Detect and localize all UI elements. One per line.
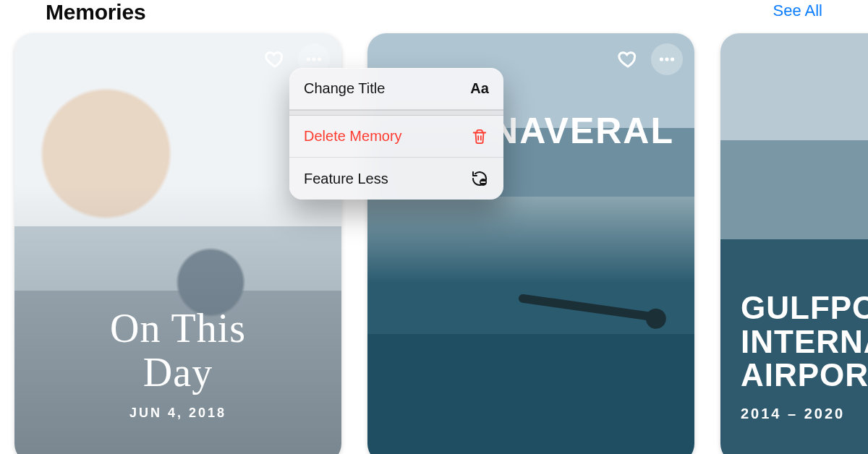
svg-point-4 xyxy=(665,57,668,61)
menu-item-label: Delete Memory xyxy=(304,128,402,145)
menu-item-delete-memory[interactable]: Delete Memory xyxy=(289,116,503,158)
memory-title-block: NAVERAL xyxy=(492,113,674,149)
menu-item-change-title[interactable]: Change Title Aa xyxy=(289,68,503,110)
memory-subtitle: JUN 4, 2018 xyxy=(14,406,341,421)
memory-title-line: GULFPORT xyxy=(741,291,868,325)
photo-detail xyxy=(518,294,663,322)
context-menu: Change Title Aa Delete Memory Feature Le… xyxy=(289,68,503,200)
ellipsis-icon xyxy=(305,50,323,69)
favorite-button[interactable] xyxy=(259,43,291,75)
memory-title-line: On This xyxy=(14,307,341,350)
svg-point-3 xyxy=(660,57,663,61)
memory-title-line: INTERNAT xyxy=(741,325,868,359)
section-title: Memories xyxy=(46,0,145,25)
heart-icon xyxy=(264,48,286,70)
feature-less-icon xyxy=(470,169,489,188)
svg-point-5 xyxy=(671,57,674,61)
see-all-link[interactable]: See All xyxy=(773,0,823,20)
memory-title-line: Day xyxy=(14,351,341,394)
card-actions xyxy=(612,43,683,75)
memory-title-block: GULFPORT INTERNAT AIRPORT 2014 – 2020 xyxy=(741,291,868,422)
memory-subtitle: 2014 – 2020 xyxy=(741,406,868,422)
menu-item-label: Feature Less xyxy=(304,171,388,187)
more-button[interactable] xyxy=(651,43,683,75)
heart-icon xyxy=(617,48,639,70)
svg-point-1 xyxy=(312,57,315,61)
svg-point-0 xyxy=(307,57,310,61)
menu-item-feature-less[interactable]: Feature Less xyxy=(289,158,503,200)
text-size-icon: Aa xyxy=(470,80,489,98)
favorite-button[interactable] xyxy=(612,43,644,75)
ellipsis-icon xyxy=(658,50,676,69)
memory-title-fragment: NAVERAL xyxy=(492,113,674,149)
trash-icon xyxy=(470,127,489,146)
memories-header: Memories See All xyxy=(0,0,868,33)
memory-title-block: On This Day JUN 4, 2018 xyxy=(14,307,341,421)
menu-separator xyxy=(289,110,503,116)
memory-title-line: AIRPORT xyxy=(741,359,868,393)
menu-item-label: Change Title xyxy=(304,80,385,97)
memory-card[interactable]: GULFPORT INTERNAT AIRPORT 2014 – 2020 xyxy=(720,33,868,454)
svg-point-2 xyxy=(318,57,321,61)
